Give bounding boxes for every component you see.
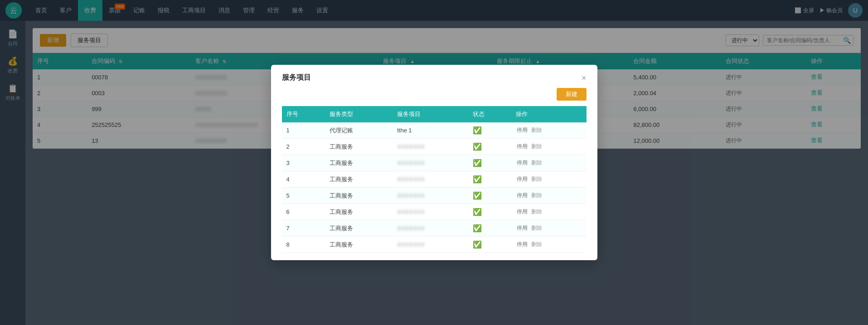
modal-cell-action: 停用 删除	[511, 237, 586, 253]
modal-cell-action: 停用 删除	[511, 122, 586, 139]
modal-cell-item: XXXXXXX	[393, 171, 468, 188]
modal-cell-item: Ithe 1	[393, 122, 468, 139]
modal-cell-type: 工商服务	[325, 139, 393, 155]
disable-button[interactable]: 停用	[517, 143, 528, 150]
modal-cell-status: ✅	[468, 155, 511, 171]
disable-button[interactable]: 停用	[517, 209, 528, 215]
service-items-table: 序号 服务类型 服务项目 状态 操作 1 代理记账 Ithe 1 ✅ 停用 删除…	[282, 106, 587, 253]
modal-cell-item: XXXXXXX	[393, 204, 468, 220]
service-items-modal: 服务项目 × 新建 序号 服务类型 服务项目 状态 操作	[271, 65, 597, 260]
list-item: 8 工商服务 XXXXXXX ✅ 停用 删除	[282, 237, 587, 253]
modal-cell-item: XXXXXXX	[393, 139, 468, 155]
disable-button[interactable]: 停用	[517, 241, 528, 247]
modal-cell-status: ✅	[468, 171, 511, 188]
delete-button[interactable]: 删除	[531, 241, 542, 247]
modal-cell-seq: 1	[282, 122, 325, 139]
modal-toolbar: 新建	[271, 88, 597, 106]
modal-col-action: 操作	[511, 106, 586, 122]
modal-title: 服务项目	[282, 73, 311, 82]
modal-scroll-area[interactable]: 序号 服务类型 服务项目 状态 操作 1 代理记账 Ithe 1 ✅ 停用 删除…	[282, 106, 587, 253]
modal-cell-status: ✅	[468, 237, 511, 253]
delete-button[interactable]: 删除	[531, 160, 542, 166]
modal-cell-status: ✅	[468, 220, 511, 237]
delete-button[interactable]: 删除	[531, 176, 542, 182]
modal-cell-action: 停用 删除	[511, 220, 586, 237]
modal-cell-seq: 5	[282, 188, 325, 204]
status-check-icon: ✅	[473, 175, 482, 183]
modal-cell-action: 停用 删除	[511, 139, 586, 155]
modal-close-button[interactable]: ×	[582, 74, 587, 82]
modal-col-item: 服务项目	[393, 106, 468, 122]
modal-cell-seq: 4	[282, 171, 325, 188]
modal-cell-action: 停用 删除	[511, 188, 586, 204]
disable-button[interactable]: 停用	[517, 127, 528, 133]
delete-button[interactable]: 删除	[531, 143, 542, 150]
list-item: 6 工商服务 XXXXXXX ✅ 停用 删除	[282, 204, 587, 220]
modal-cell-type: 工商服务	[325, 155, 393, 171]
modal-header: 服务项目 ×	[271, 65, 597, 88]
list-item: 7 工商服务 XXXXXXX ✅ 停用 删除	[282, 220, 587, 237]
modal-cell-status: ✅	[468, 139, 511, 155]
modal-cell-item: XXXXXXX	[393, 237, 468, 253]
modal-body: 序号 服务类型 服务项目 状态 操作 1 代理记账 Ithe 1 ✅ 停用 删除…	[271, 106, 597, 260]
disable-button[interactable]: 停用	[517, 192, 528, 199]
disable-button[interactable]: 停用	[517, 160, 528, 166]
list-item: 2 工商服务 XXXXXXX ✅ 停用 删除	[282, 139, 587, 155]
modal-cell-action: 停用 删除	[511, 171, 586, 188]
status-check-icon: ✅	[473, 159, 482, 167]
modal-cell-seq: 3	[282, 155, 325, 171]
disable-button[interactable]: 停用	[517, 176, 528, 182]
modal-cell-action: 停用 删除	[511, 204, 586, 220]
list-item: 3 工商服务 XXXXXXX ✅ 停用 删除	[282, 155, 587, 171]
modal-col-seq: 序号	[282, 106, 325, 122]
status-check-icon: ✅	[473, 241, 482, 248]
delete-button[interactable]: 删除	[531, 209, 542, 215]
modal-cell-status: ✅	[468, 188, 511, 204]
modal-cell-status: ✅	[468, 122, 511, 139]
list-item: 5 工商服务 XXXXXXX ✅ 停用 删除	[282, 188, 587, 204]
modal-col-type: 服务类型	[325, 106, 393, 122]
status-check-icon: ✅	[473, 143, 482, 150]
list-item: 4 工商服务 XXXXXXX ✅ 停用 删除	[282, 171, 587, 188]
modal-cell-action: 停用 删除	[511, 155, 586, 171]
modal-cell-type: 工商服务	[325, 188, 393, 204]
modal-cell-type: 工商服务	[325, 171, 393, 188]
modal-cell-item: XXXXXXX	[393, 155, 468, 171]
modal-cell-status: ✅	[468, 204, 511, 220]
modal-cell-item: XXXXXXX	[393, 220, 468, 237]
modal-cell-seq: 7	[282, 220, 325, 237]
modal-cell-type: 工商服务	[325, 237, 393, 253]
modal-cell-type: 工商服务	[325, 204, 393, 220]
status-check-icon: ✅	[473, 224, 482, 232]
delete-button[interactable]: 删除	[531, 192, 542, 199]
status-check-icon: ✅	[473, 192, 482, 199]
delete-button[interactable]: 删除	[531, 225, 542, 231]
modal-cell-seq: 8	[282, 237, 325, 253]
delete-button[interactable]: 删除	[531, 127, 542, 133]
modal-overlay[interactable]: 服务项目 × 新建 序号 服务类型 服务项目 状态 操作	[0, 0, 868, 325]
disable-button[interactable]: 停用	[517, 225, 528, 231]
modal-cell-item: XXXXXXX	[393, 188, 468, 204]
modal-cell-type: 代理记账	[325, 122, 393, 139]
modal-cell-seq: 2	[282, 139, 325, 155]
list-item: 1 代理记账 Ithe 1 ✅ 停用 删除	[282, 122, 587, 139]
status-check-icon: ✅	[473, 208, 482, 216]
modal-cell-type: 工商服务	[325, 220, 393, 237]
status-check-icon: ✅	[473, 126, 482, 134]
modal-new-button[interactable]: 新建	[557, 88, 587, 101]
modal-cell-seq: 6	[282, 204, 325, 220]
modal-col-status: 状态	[468, 106, 511, 122]
